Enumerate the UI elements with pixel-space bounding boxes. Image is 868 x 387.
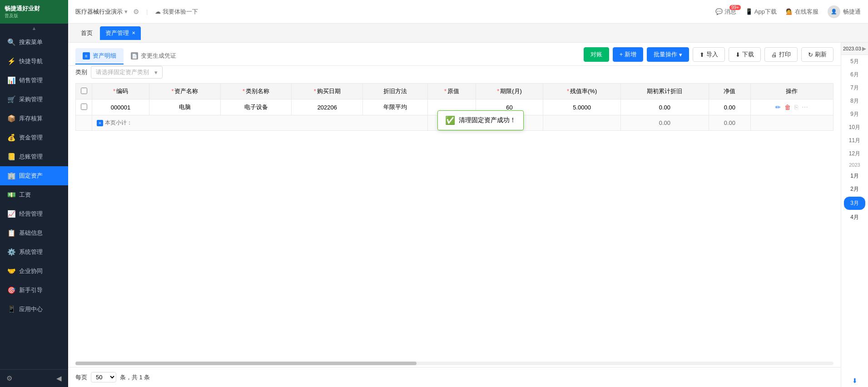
sidebar-item-sysmanage[interactable]: ⚙️ 系统管理 [0,243,68,262]
topbar: 医疗器械行业演示 ▾ ⚙ | ☁ 我要体验一下 💬 消息 99+ 📱 App下载… [68,0,868,24]
per-page-select[interactable]: 50 10 20 100 [91,372,116,382]
th-depreciation-label: 折旧方法 [383,88,407,94]
app-download-label: App下载 [754,8,777,16]
new-btn[interactable]: + 新增 [613,47,643,62]
sidebar-item-inventory[interactable]: 📦 库存核算 [0,109,68,128]
app-download-icon: 📱 [745,8,753,15]
calendar-down-icon[interactable]: ⬇ [852,377,858,384]
calendar-jan[interactable]: 1月 [841,169,868,183]
print-btn[interactable]: 🖨 打印 [764,47,798,62]
sidebar-scroll-up[interactable]: ▲ [32,25,37,31]
settings-icon[interactable]: ⚙ [6,374,12,382]
tab-close-icon[interactable]: ✕ [132,30,135,35]
message-btn[interactable]: 💬 消息 99+ [715,8,736,16]
sidebar-item-quicknav[interactable]: ⚡ 快捷导航 [0,52,68,71]
calendar-dec[interactable]: 12月 [841,147,868,160]
service-icon: 💁 [786,8,793,15]
experience-label: 我要体验一下 [163,8,198,16]
sidebar-item-fixedassets[interactable]: 🏢 固定资产 [0,166,68,185]
calendar-feb[interactable]: 2月 [841,183,868,196]
main-area: 医疗器械行业演示 ▾ ⚙ | ☁ 我要体验一下 💬 消息 99+ 📱 App下载… [68,0,868,387]
sidebar-label-guide: 新手引导 [19,286,43,294]
calendar-apr[interactable]: 4月 [841,211,868,224]
sysmanage-icon: ⚙️ [7,248,15,256]
sidebar-item-guide[interactable]: 🎯 新手引导 [0,281,68,300]
th-original-value: *原值 [428,84,476,99]
calendar-sep[interactable]: 9月 [841,108,868,121]
subtotal-action [750,115,833,131]
sidebar-label-sales: 销售管理 [19,76,43,84]
finance-icon: 💰 [7,134,15,142]
tab-home[interactable]: 首页 [75,26,98,40]
app-download-btn[interactable]: 📱 App下载 [745,8,777,16]
calendar-jul[interactable]: 7月 [841,81,868,94]
calendar-header: 2023.03 ▶ [841,43,868,55]
online-service-btn[interactable]: 💁 在线客服 [786,8,818,16]
row-checkbox-cell [76,99,92,115]
subtotal-label-text: 本页小计： [105,119,132,127]
th-netvalue-label: 净值 [724,88,735,94]
horizontal-scrollbar[interactable] [75,362,833,365]
row-purchase-date: 202206 [292,99,363,115]
sidebar-item-ledger[interactable]: 📒 总账管理 [0,147,68,166]
calendar-nov[interactable]: 11月 [841,134,868,147]
assetdetail-icon: ≡ [83,52,90,60]
subtotal-residual [543,115,621,131]
message-badge: 99+ [729,5,741,10]
edit-icon[interactable]: ✏ [775,104,781,111]
row-initial-accumulated: 0.00 [621,99,709,115]
more-icon[interactable]: ⋯ [802,104,808,111]
category-select[interactable]: 请选择固定资产类别 ▾ [91,66,163,79]
sidebar-item-basicinfo[interactable]: 📋 基础信息 [0,223,68,243]
delete-icon[interactable]: 🗑 [784,104,791,111]
sidebar-label-basicinfo: 基础信息 [19,229,43,237]
collapse-icon[interactable]: ◀ [56,374,62,382]
tab-assetmgmt[interactable]: 资产管理 ✕ [100,26,141,40]
th-period-label: 期限(月) [500,88,522,94]
experience-btn[interactable]: ☁ 我要体验一下 [155,8,198,16]
sidebar-label-appcenter: 应用中心 [19,305,43,313]
calendar-aug[interactable]: 8月 [841,94,868,108]
user-profile[interactable]: 👤 畅捷通 [828,5,861,18]
scrollbar-thumb[interactable] [75,362,417,365]
subtotal-icon: ≡ [97,120,103,126]
company-selector[interactable]: 医疗器械行业演示 ▾ [75,8,128,16]
divider: | [146,8,148,15]
select-all-checkbox[interactable] [81,88,87,94]
subtab-vouchergen[interactable]: 📄 变更生成凭证 [124,48,184,64]
calendar-may[interactable]: 5月 [841,55,868,68]
calendar-jun[interactable]: 6月 [841,68,868,81]
sidebar-item-search[interactable]: 🔍 搜索菜单 [0,33,68,52]
calendar-oct[interactable]: 10月 [841,121,868,134]
panel-toggle-icon[interactable]: ▶ [862,45,866,52]
sidebar-item-purchase[interactable]: 🛒 采购管理 [0,90,68,109]
row-checkbox[interactable] [81,104,87,110]
total-label: 条，共 1 条 [120,373,150,382]
sidebar-label-inventory: 库存核算 [19,114,43,123]
category-select-arrow: ▾ [154,69,158,76]
download-btn[interactable]: ⬇ 下载 [729,47,761,62]
copy-icon[interactable]: ⎘ [794,104,798,111]
sidebar-item-appcenter[interactable]: 📱 应用中心 [0,300,68,319]
calendar-mar[interactable]: 3月 [844,197,865,210]
new-label: + 新增 [620,50,636,59]
batch-btn[interactable]: 批量操作 ▾ [647,47,689,62]
subtotal-checkbox-cell [76,115,92,131]
batch-label: 批量操作 [654,50,677,59]
subtab-assetdetail[interactable]: ≡ 资产明细 [75,48,124,64]
category-label: 类别 [75,68,87,76]
sidebar-item-wages[interactable]: 💵 工资 [0,185,68,204]
th-category: *类别名称 [220,84,292,99]
sidebar-item-cooperation[interactable]: 🤝 企业协同 [0,262,68,281]
import-btn[interactable]: ⬆ 导入 [693,47,725,62]
refresh-btn[interactable]: ↻ 刷新 [801,47,833,62]
row-residual-rate: 5.0000 [543,99,621,115]
sidebar-item-finance[interactable]: 💰 资金管理 [0,128,68,147]
settings-gear-icon[interactable]: ⚙ [133,8,139,16]
inventory-icon: 📦 [7,114,15,123]
reconcile-btn[interactable]: 对账 [584,47,609,62]
sidebar-item-management[interactable]: 📈 经营管理 [0,204,68,223]
sales-icon: 📊 [7,76,15,84]
th-purchase-date: *购买日期 [292,84,363,99]
sidebar-item-sales[interactable]: 📊 销售管理 [0,71,68,90]
